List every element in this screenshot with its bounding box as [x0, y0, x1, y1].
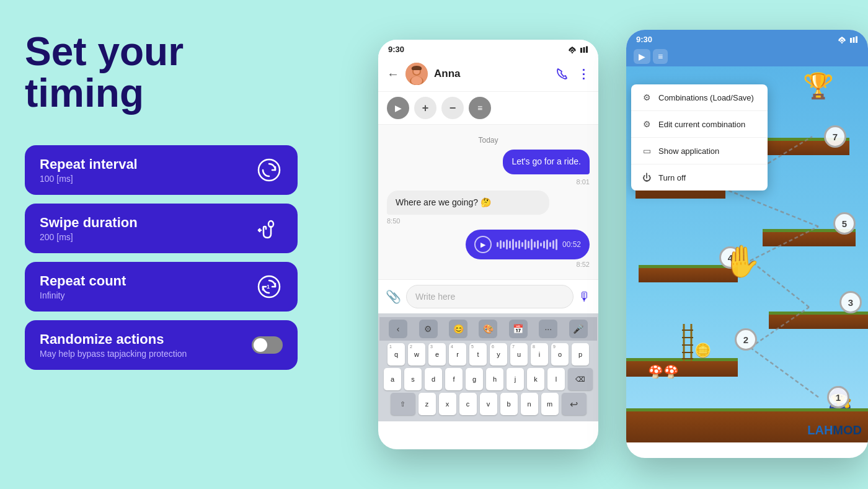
- randomize-toggle[interactable]: [252, 336, 283, 354]
- kb-row-2: a s d f g h j k l ⌫: [379, 368, 597, 390]
- key-j[interactable]: j: [507, 368, 524, 390]
- game-menu-btn[interactable]: ≡: [653, 49, 668, 64]
- menu-button[interactable]: ≡: [469, 97, 491, 119]
- chat-status-icons: [567, 46, 588, 53]
- key-a[interactable]: a: [384, 368, 401, 390]
- kb-more-btn[interactable]: ···: [539, 320, 557, 338]
- phone-chat: 9:30 ← Anna: [378, 40, 598, 449]
- key-v[interactable]: v: [480, 393, 497, 415]
- msg-time-3: 8:52: [387, 261, 590, 268]
- key-x[interactable]: x: [439, 393, 456, 415]
- repeat-count-icon: 1: [255, 273, 283, 300]
- message-input[interactable]: Write here: [406, 285, 574, 308]
- game-play-btn[interactable]: ▶: [634, 49, 650, 64]
- key-r[interactable]: 4r: [449, 343, 466, 366]
- svg-point-13: [841, 42, 843, 43]
- game-status-bar: 9:30: [626, 30, 868, 47]
- phone-game: 9:30 ▶ ≡ ⚙ Combinations (Load/Save) ⚙ Ed…: [626, 30, 868, 458]
- repeat-interval-card[interactable]: Repeat interval 100 [ms]: [25, 145, 298, 195]
- voice-duration: 00:52: [562, 240, 581, 249]
- repeat-count-text: Repeat count Infinity: [40, 273, 126, 300]
- dropdown-item-edit[interactable]: ⚙ Edit current combination: [631, 111, 768, 138]
- key-m[interactable]: m: [541, 393, 559, 415]
- svg-rect-6: [583, 47, 585, 53]
- dropdown-item-combinations[interactable]: ⚙ Combinations (Load/Save): [631, 84, 768, 111]
- ladder: [682, 324, 693, 361]
- left-panel: Set your timing Repeat interval 100 [ms]…: [0, 0, 316, 489]
- key-u[interactable]: 7u: [510, 343, 528, 366]
- game-number-5: 5: [833, 212, 856, 235]
- key-l[interactable]: l: [547, 368, 565, 390]
- phone-icon[interactable]: [555, 67, 569, 81]
- enemy-1: 🍄: [648, 364, 663, 379]
- enemy-2: 🍄: [663, 364, 679, 379]
- key-q[interactable]: 1q: [388, 343, 405, 366]
- svg-text:1: 1: [267, 284, 270, 290]
- kb-emoji-btn[interactable]: 😊: [449, 320, 467, 338]
- contact-name: Anna: [434, 68, 549, 80]
- kb-mic-btn[interactable]: 🎤: [569, 320, 588, 338]
- randomize-actions-card[interactable]: Randomize actions May help bypass tapjac…: [25, 320, 298, 370]
- key-h[interactable]: h: [486, 368, 503, 390]
- received-message-1: Where are we going? 🤔: [387, 191, 549, 215]
- kb-theme-btn[interactable]: 🎨: [479, 320, 497, 338]
- back-button[interactable]: ←: [387, 67, 399, 81]
- svg-line-17: [750, 348, 818, 397]
- repeat-count-title: Repeat count: [40, 273, 126, 289]
- key-s[interactable]: s: [404, 368, 422, 390]
- voice-play-button[interactable]: ▶: [474, 236, 492, 253]
- chat-header-icons: ⋮: [555, 66, 590, 81]
- randomize-actions-subtitle: May help bypass tapjacking protection: [40, 349, 187, 359]
- date-label: Today: [387, 136, 590, 145]
- repeat-interval-title: Repeat interval: [40, 156, 138, 173]
- key-o[interactable]: 9o: [551, 343, 569, 366]
- key-g[interactable]: g: [466, 368, 483, 390]
- key-k[interactable]: k: [527, 368, 544, 390]
- key-z[interactable]: z: [418, 393, 436, 415]
- kb-settings-btn[interactable]: ⚙: [419, 320, 438, 338]
- repeat-interval-icon: [255, 156, 283, 184]
- add-button[interactable]: +: [414, 97, 436, 119]
- key-backspace[interactable]: ⌫: [568, 368, 593, 390]
- dropdown-item-show[interactable]: ▭ Show application: [631, 138, 768, 164]
- minus-button[interactable]: −: [441, 97, 464, 119]
- play-button[interactable]: ▶: [387, 97, 409, 119]
- key-y[interactable]: 6y: [490, 343, 507, 366]
- key-p[interactable]: p: [572, 343, 589, 366]
- repeat-count-value: Infinity: [40, 290, 126, 300]
- key-shift[interactable]: ⇧: [391, 393, 415, 415]
- chat-header: ← Anna ⋮: [378, 56, 598, 92]
- game-toolbar: ▶ ≡: [626, 47, 868, 66]
- coin: 🪙: [694, 343, 711, 359]
- mic-icon[interactable]: 🎙: [578, 290, 591, 304]
- randomize-actions-text: Randomize actions May help bypass tapjac…: [40, 331, 187, 359]
- kb-back-btn[interactable]: ‹: [389, 320, 407, 338]
- more-options-icon[interactable]: ⋮: [577, 66, 590, 81]
- key-e[interactable]: 3e: [428, 343, 446, 366]
- key-i[interactable]: 8i: [531, 343, 548, 366]
- kb-calendar-btn[interactable]: 📅: [509, 320, 528, 338]
- key-n[interactable]: n: [521, 393, 538, 415]
- swipe-duration-text: Swipe duration 200 [ms]: [40, 215, 138, 242]
- game-number-2: 2: [735, 328, 757, 351]
- key-d[interactable]: d: [425, 368, 442, 390]
- key-t[interactable]: 5t: [469, 343, 487, 366]
- game-number-7: 7: [824, 125, 846, 148]
- swipe-duration-value: 200 [ms]: [40, 232, 138, 242]
- key-f[interactable]: f: [445, 368, 463, 390]
- show-app-icon: ▭: [641, 145, 652, 156]
- key-b[interactable]: b: [500, 393, 518, 415]
- swipe-duration-card[interactable]: Swipe duration 200 [ms]: [25, 204, 298, 253]
- svg-point-4: [572, 52, 573, 53]
- key-w[interactable]: 2w: [408, 343, 425, 366]
- kb-row-3: ⇧ z x c v b n m ↩: [379, 393, 597, 415]
- repeat-count-card[interactable]: Repeat count Infinity 1: [25, 262, 298, 312]
- key-enter[interactable]: ↩: [562, 393, 587, 415]
- sent-message-1: Let's go for a ride.: [503, 150, 590, 174]
- svg-point-0: [259, 159, 280, 181]
- dropdown-item-turnoff[interactable]: ⏻ Turn off: [631, 164, 768, 191]
- swipe-duration-title: Swipe duration: [40, 215, 138, 231]
- key-c[interactable]: c: [459, 393, 477, 415]
- svg-line-18: [750, 307, 809, 348]
- attach-icon[interactable]: 📎: [386, 289, 401, 304]
